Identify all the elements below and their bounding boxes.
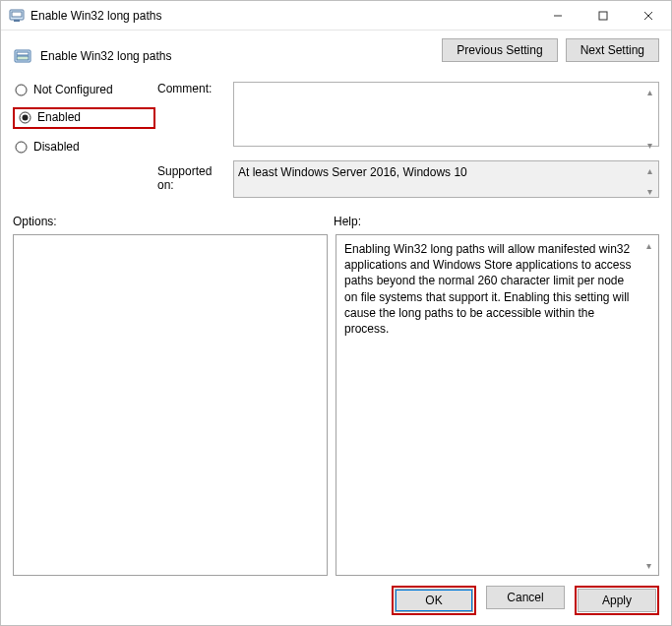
ok-button[interactable]: OK: [395, 589, 473, 612]
radio-icon: [15, 141, 28, 154]
cancel-button[interactable]: Cancel: [486, 586, 565, 609]
previous-setting-button[interactable]: Previous Setting: [442, 38, 557, 62]
scroll-down-icon: ▾: [641, 557, 656, 573]
apply-button[interactable]: Apply: [578, 589, 656, 612]
highlight-enabled: Enabled: [13, 107, 155, 129]
radio-not-configured-label: Not Configured: [33, 83, 113, 96]
highlight-apply: Apply: [575, 586, 659, 615]
options-pane: [13, 234, 328, 576]
radio-disabled[interactable]: Disabled: [13, 139, 82, 155]
svg-point-12: [23, 114, 29, 120]
svg-rect-8: [17, 52, 29, 55]
radio-enabled[interactable]: Enabled: [17, 109, 83, 125]
svg-point-13: [16, 142, 27, 153]
svg-point-10: [16, 85, 27, 95]
close-button[interactable]: [626, 1, 671, 30]
svg-rect-2: [14, 20, 20, 22]
comment-textarea[interactable]: [233, 82, 659, 147]
maximize-button[interactable]: [580, 1, 626, 30]
options-label: Options:: [13, 215, 334, 228]
radio-icon-selected: [19, 111, 31, 124]
radio-disabled-label: Disabled: [33, 140, 80, 154]
help-pane: Enabling Win32 long paths will allow man…: [336, 234, 659, 576]
supported-on-field: [233, 160, 659, 198]
comment-label: Comment:: [157, 82, 231, 155]
app-icon: [9, 8, 25, 24]
minimize-button[interactable]: [535, 1, 580, 30]
radio-icon: [15, 84, 28, 96]
window-title: Enable Win32 long paths: [31, 9, 161, 23]
highlight-ok: OK: [392, 586, 476, 615]
radio-not-configured[interactable]: Not Configured: [13, 82, 115, 97]
svg-rect-4: [599, 12, 607, 20]
help-label: Help:: [334, 215, 361, 228]
svg-rect-9: [17, 56, 29, 60]
supported-on-label: Supported on:: [157, 155, 231, 201]
group-policy-editor-dialog: Enable Win32 long paths: [0, 0, 672, 626]
policy-icon: [13, 46, 32, 66]
svg-rect-1: [12, 12, 22, 17]
titlebar: Enable Win32 long paths: [1, 1, 671, 31]
help-text: Enabling Win32 long paths will allow man…: [336, 235, 658, 343]
next-setting-button[interactable]: Next Setting: [566, 38, 659, 62]
radio-enabled-label: Enabled: [37, 110, 81, 124]
policy-heading: Enable Win32 long paths: [40, 49, 171, 63]
